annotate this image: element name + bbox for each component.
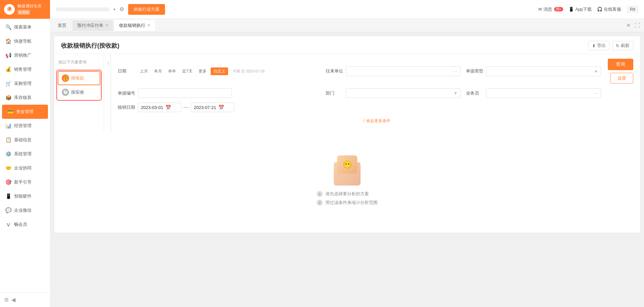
tabbar-actions: ✕ ⛶ — [625, 21, 641, 30]
tab-receipt-close-icon[interactable]: ✕ — [147, 23, 150, 28]
sidebar-logo: 畅捷通好生意 标准版 — [0, 0, 50, 19]
member-icon: V — [5, 222, 11, 227]
collapse-more-button[interactable]: 《 收起更多条件 — [118, 117, 633, 127]
filter-receivable-icon: 🕐 — [62, 89, 69, 96]
date-more-btn[interactable]: 更多 — [197, 67, 209, 75]
topbar-actions: ✉ 消息 99+ 📱 App下载 🎧 在线客服 Rit — [538, 5, 639, 13]
page-header: 收款核销执行(按收款) ⬆ 导出 ↻ 刷新 — [54, 36, 640, 54]
filter-option-by-receivable[interactable]: 🕐 按应收 — [58, 85, 100, 99]
salesperson-field: 业务员 ··· — [466, 88, 601, 98]
solution-button[interactable]: 体验行业方案 — [128, 4, 165, 15]
search-display — [56, 7, 109, 11]
sidebar: 畅捷通好生意 标准版 🔍搜索菜单🏠快捷导航📢营销推广💰销售管理🛒采购管理📦库存核… — [0, 0, 50, 307]
sidebar-bottom: ⚙ ◀ — [0, 292, 50, 307]
sidebar-item-basic[interactable]: 📋基础信息 — [0, 133, 50, 147]
doc-type-chevron-icon: ▾ — [595, 69, 597, 74]
collapse-up-icon: 《 — [361, 118, 365, 124]
topbar-chevron-icon[interactable]: ▾ — [113, 7, 115, 12]
verify-date-end-value: 2023-07-21 — [194, 105, 216, 110]
sidebar-item-quicknav[interactable]: 🏠快捷导航 — [0, 34, 50, 48]
tab-home-label: 首页 — [58, 22, 66, 29]
sidebar-item-collab[interactable]: 🤝企业协同 — [0, 161, 50, 175]
inventory-icon: 📦 — [5, 95, 11, 101]
export-button[interactable]: ⬆ 导出 — [588, 41, 609, 50]
ops-icon: 📊 — [5, 123, 11, 129]
message-icon: ✉ — [538, 7, 542, 12]
verify-date-end-input[interactable]: 2023-07-21 📅 — [191, 103, 234, 112]
verify-date-start-value: 2023-03-01 — [141, 105, 163, 110]
hardware-icon: 📱 — [5, 193, 11, 199]
sidebar-label-hardware: 智能硬件 — [14, 193, 32, 199]
hint-text-2: 用过滤条件来缩小分析范围 — [325, 200, 378, 206]
filter-receipt-icon: 💰 — [62, 74, 69, 82]
guide-icon: 🎯 — [5, 179, 11, 185]
sidebar-item-hardware[interactable]: 📱智能硬件 — [0, 189, 50, 203]
logo-icon — [4, 4, 15, 15]
topbar: ▾ ⚙ 体验行业方案 ✉ 消息 99+ 📱 App下载 🎧 在线客服 Rit — [50, 0, 644, 19]
filter-action-buttons: 查询 设置 — [606, 59, 633, 84]
date-this-year-btn[interactable]: 本年 — [166, 67, 178, 75]
purchase-icon: 🛒 — [5, 81, 11, 87]
sidebar-item-wechat[interactable]: 💬企业微信 — [0, 203, 50, 217]
date-this-month-btn[interactable]: 本月 — [152, 67, 164, 75]
doc-no-input[interactable] — [138, 88, 232, 98]
tab-prepay-close-icon[interactable]: ✕ — [105, 23, 108, 28]
message-action[interactable]: ✉ 消息 99+ — [538, 6, 563, 12]
tab-prepay[interactable]: 预付冲应付单 ✕ — [72, 20, 113, 31]
tab-expand-button[interactable]: ⛶ — [633, 21, 641, 30]
sidebar-item-ops[interactable]: 📊经营管理 — [0, 119, 50, 133]
sidebar-item-marketing[interactable]: 📢营销推广 — [0, 48, 50, 62]
page-header-actions: ⬆ 导出 ↻ 刷新 — [588, 41, 633, 50]
salesperson-dots-icon: ··· — [594, 91, 597, 96]
tab-home[interactable]: 首页 — [53, 20, 71, 31]
tab-receipt-verify[interactable]: 收款核销执行 ✕ — [114, 20, 155, 31]
sidebar-label-finance: 资金管理 — [16, 109, 34, 115]
export-label: 导出 — [597, 43, 606, 49]
sidebar-item-member[interactable]: V畅会员 — [0, 217, 50, 232]
sidebar-item-sales[interactable]: 💰销售管理 — [0, 62, 50, 76]
sidebar-item-guide[interactable]: 🎯新手引导 — [0, 175, 50, 189]
service-label: 在线客服 — [604, 6, 621, 12]
sidebar-item-search[interactable]: 🔍搜索菜单 — [0, 20, 50, 34]
date-range-separator: — — [183, 104, 189, 110]
date-custom-btn[interactable]: 自定义 — [211, 67, 228, 75]
setting-button[interactable]: 设置 — [610, 73, 633, 84]
date-last-month-btn[interactable]: 上月 — [138, 67, 150, 75]
calendar-end-icon: 📅 — [218, 105, 224, 110]
app-download-action[interactable]: 📱 App下载 — [569, 6, 592, 12]
collapse-icon[interactable]: ◀ — [11, 297, 15, 303]
query-button[interactable]: 查询 — [608, 59, 633, 70]
counterparty-input[interactable]: ··· — [346, 66, 461, 76]
tab-close-all-button[interactable]: ✕ — [625, 21, 632, 30]
sidebar-label-ops: 经营管理 — [14, 123, 32, 129]
sidebar-item-inventory[interactable]: 📦库存核算 — [0, 91, 50, 105]
filter-sidebar-collapse-button[interactable]: 《 — [104, 54, 111, 132]
settings-icon[interactable]: ⚙ — [4, 297, 9, 303]
system-icon: ⚙️ — [5, 151, 11, 157]
main-area: ▾ ⚙ 体验行业方案 ✉ 消息 99+ 📱 App下载 🎧 在线客服 Rit 首… — [50, 0, 644, 307]
verify-date-start-input[interactable]: 2023-03-01 📅 — [138, 103, 181, 112]
doc-type-field: 单据类型 ▾ — [466, 66, 601, 76]
topbar-gear-icon[interactable]: ⚙ — [119, 6, 124, 12]
user-profile[interactable]: Rit — [627, 5, 639, 13]
sidebar-item-purchase[interactable]: 🛒采购管理 — [0, 76, 50, 91]
sidebar-label-search: 搜索菜单 — [14, 24, 32, 30]
sidebar-item-system[interactable]: ⚙️系统管理 — [0, 147, 50, 161]
hint-num-2: 2 — [317, 200, 323, 206]
sidebar-item-finance[interactable]: 💳资金管理 — [2, 105, 48, 119]
basic-icon: 📋 — [5, 137, 11, 143]
calendar-start-icon: 📅 — [165, 105, 171, 110]
tab-receipt-label: 收款核销执行 — [119, 22, 145, 29]
collapse-more-label: 收起更多条件 — [366, 118, 390, 124]
export-icon: ⬆ — [592, 43, 596, 48]
service-action[interactable]: 🎧 在线客服 — [597, 6, 621, 12]
refresh-button[interactable]: ↻ 刷新 — [612, 41, 633, 50]
doc-type-select[interactable]: ▾ — [486, 66, 601, 76]
salesperson-input[interactable]: ··· — [486, 88, 601, 98]
date-field: 日期 上月 本月 本年 近7天 更多 自定义 不限 至 2023-07-26 — [118, 67, 320, 75]
filter-row-3: 核销日期 2023-03-01 📅 — 2023-07-21 📅 — [118, 103, 633, 112]
sidebar-label-quicknav: 快捷导航 — [14, 38, 32, 44]
date-7days-btn[interactable]: 近7天 — [180, 67, 195, 75]
department-select[interactable]: ▾ — [346, 88, 461, 98]
filter-option-by-receipt[interactable]: 💰 按收款 — [58, 71, 100, 85]
